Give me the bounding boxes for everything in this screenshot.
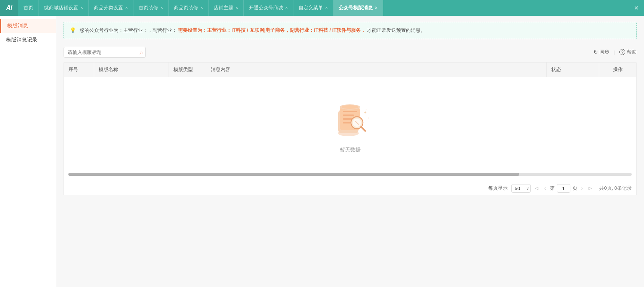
nav-tab-wsc-store-label: 微商城店铺设置 [44,4,78,11]
nav-tab-wsc-store-close[interactable]: × [80,5,83,10]
page-first-button[interactable]: ⊲ [533,184,540,192]
help-circle-icon: ? [619,49,625,55]
nav-tab-template-msg-close[interactable]: × [375,5,378,10]
nav-tab-home[interactable]: 首页 [18,0,39,16]
nav-tab-product-category-close[interactable]: × [125,5,128,10]
sidebar: 模版消息 模版消息记录 [0,16,56,287]
total-label: 共0页, 0条记录 [599,185,632,192]
search-input[interactable] [64,47,146,58]
scrollbar-area [64,168,636,180]
empty-state: ✦ ✦ ✦ 暂无数据 [64,77,636,168]
nav-tab-product-category-label: 商品分类设置 [94,4,123,11]
notice-icon: 💡 [70,27,76,33]
sidebar-item-template-msg-log[interactable]: 模版消息记录 [0,33,56,47]
nav-tab-home-decorate-close[interactable]: × [160,5,163,10]
th-status: 状态 [546,62,599,77]
sidebar-item-template-msg-log-label: 模版消息记录 [6,37,37,43]
app-logo: Ai [0,0,18,16]
nav-tab-custom-menu-close[interactable]: × [325,5,328,10]
page-label: 第 [550,185,555,192]
notice-box: 💡 您的公众号行业为：主营行业：，副营行业： 需要设置为：主营行业：IT科技 /… [64,22,637,39]
nav-tab-custom-menu[interactable]: 自定义菜单 × [293,0,333,16]
nav-tab-home-decorate[interactable]: 首页装修 × [133,0,169,16]
svg-rect-4 [343,115,354,116]
nav-tab-store-theme[interactable]: 店铺主题 × [209,0,244,16]
sidebar-item-template-msg[interactable]: 模版消息 [0,19,56,33]
th-name: 模版名称 [94,62,169,77]
search-bar: ⌕ ↻ 同步 | ? 帮助 [64,47,637,58]
data-table: 序号 模版名称 模版类型 消息内容 状态 操作 [64,62,637,195]
th-content: 消息内容 [206,62,546,77]
sync-icon: ↻ [594,49,598,55]
page-prev-button[interactable]: ‹ [543,184,548,192]
svg-text:✦: ✦ [367,117,369,119]
nav-tab-product-category[interactable]: 商品分类设置 × [89,0,133,16]
nav-tab-open-mall-close[interactable]: × [285,5,288,10]
svg-rect-3 [343,111,357,112]
nav-tab-product-decorate-close[interactable]: × [200,5,203,10]
nav-tab-home-label: 首页 [24,4,33,11]
search-icon[interactable]: ⌕ [139,49,143,55]
svg-text:✦: ✦ [364,110,367,115]
notice-prefix: 您的公众号行业为：主营行业：，副营行业： [80,27,177,33]
per-page-select[interactable]: 10 20 50 100 [511,184,531,193]
page-input[interactable] [557,184,570,193]
notice-highlight: 需要设置为：主营行业：IT科技 / 互联网|电子商务，副营行业：IT科技 / I… [178,27,366,33]
scroll-track[interactable] [68,173,632,176]
content-area: 💡 您的公众号行业为：主营行业：，副营行业： 需要设置为：主营行业：IT科技 /… [56,16,644,287]
svg-rect-6 [343,122,351,123]
svg-point-8 [342,105,358,109]
per-page-label: 每页显示 [488,185,508,192]
page-next-button[interactable]: › [580,184,585,192]
sync-button[interactable]: ↻ 同步 [594,49,609,55]
svg-line-11 [361,127,365,131]
nav-tab-open-mall[interactable]: 开通公众号商城 × [244,0,293,16]
nav-tab-store-theme-label: 店铺主题 [214,4,233,11]
nav-tab-product-decorate[interactable]: 商品页装修 × [169,0,209,16]
help-button[interactable]: ? 帮助 [619,49,637,55]
nav-tab-wsc-store[interactable]: 微商城店铺设置 × [39,0,89,16]
th-type: 模版类型 [169,62,206,77]
main-layout: 模版消息 模版消息记录 💡 您的公众号行业为：主营行业：，副营行业： 需要设置为… [0,16,644,287]
pagination: 每页显示 10 20 50 100 ⊲ ‹ 第 页 › ⊳ 共0页, 0条记录 [64,180,636,195]
scroll-thumb[interactable] [68,173,519,176]
empty-illustration: ✦ ✦ ✦ [328,100,373,141]
nav-tab-template-msg-label: 公众号模版消息 [339,4,373,11]
nav-tab-store-theme-close[interactable]: × [235,5,238,10]
nav-tab-custom-menu-label: 自定义菜单 [299,4,323,11]
search-left: ⌕ [64,47,146,58]
th-seq: 序号 [64,62,94,77]
close-all-button[interactable]: ✕ [629,4,644,12]
sync-label: 同步 [600,49,609,55]
nav-tab-open-mall-label: 开通公众号商城 [249,4,283,11]
search-input-wrap: ⌕ [64,47,146,58]
sidebar-item-template-msg-label: 模版消息 [7,22,28,28]
th-action: 操作 [599,62,636,77]
notice-suffix: 才能正常发送预置的消息。 [367,27,425,33]
help-label: 帮助 [627,49,637,55]
search-right: ↻ 同步 | ? 帮助 [594,49,637,55]
nav-tab-product-decorate-label: 商品页装修 [174,4,198,11]
top-nav: Ai 首页 微商城店铺设置 × 商品分类设置 × 首页装修 × 商品页装修 × … [0,0,644,16]
page-suffix: 页 [573,185,577,192]
per-page-select-wrap: 10 20 50 100 [511,184,531,193]
nav-tab-template-msg[interactable]: 公众号模版消息 × [333,0,383,16]
empty-text: 暂无数据 [340,147,361,153]
page-last-button[interactable]: ⊳ [586,184,594,192]
svg-text:✦: ✦ [365,108,367,110]
divider: | [614,49,615,55]
nav-tab-home-decorate-label: 首页装修 [139,4,158,11]
table-header: 序号 模版名称 模版类型 消息内容 状态 操作 [64,62,636,77]
